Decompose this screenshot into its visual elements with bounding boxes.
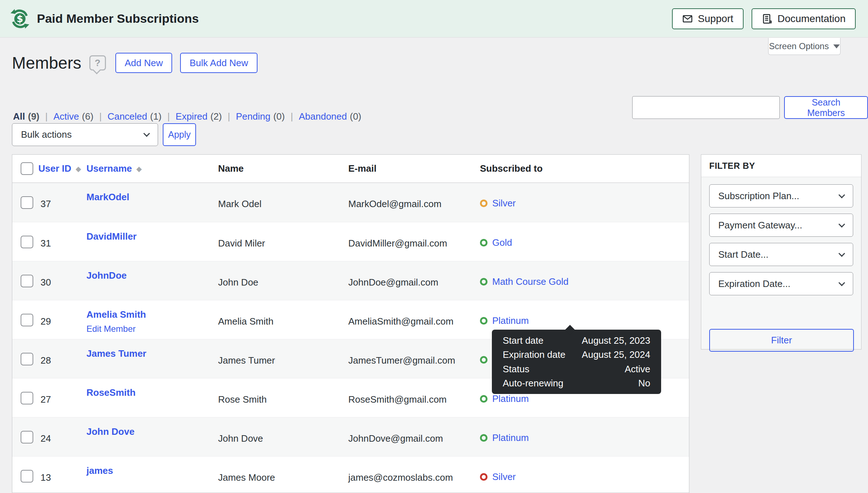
status-filter-count: (6) [82, 111, 94, 122]
status-filter-separator: | [290, 111, 293, 122]
filter-select[interactable]: Start Date... [709, 243, 853, 266]
tooltip-label: Status [503, 364, 529, 374]
filter-panel-title: FILTER BY [701, 155, 861, 177]
filter-select[interactable]: Payment Gateway... [709, 214, 853, 237]
email-value: DavidMiller@gmail.com [348, 238, 480, 248]
status-filter-link[interactable]: Pending(0) [236, 111, 285, 122]
sort-icon: ◆ [76, 164, 81, 173]
username-cell: MarkOdel [86, 183, 218, 222]
user-id-value: 30 [38, 277, 86, 287]
subscription-plan-link[interactable]: Silver [492, 198, 516, 208]
username-link[interactable]: RoseSmith [86, 387, 218, 398]
row-checkbox[interactable] [21, 470, 33, 483]
username-link[interactable]: Amelia Smith [86, 309, 218, 320]
status-filter-item: Expired(2)| [176, 111, 236, 122]
filter-select[interactable]: Expiration Date... [709, 272, 853, 295]
column-header-label: User ID [38, 163, 71, 174]
tooltip-value: Active [625, 364, 650, 374]
documentation-button[interactable]: Documentation [752, 8, 856, 29]
status-filter-link[interactable]: All(9) [13, 111, 39, 122]
filter-panel: FILTER BY Subscription Plan... Payment G… [701, 154, 861, 350]
tooltip-value: No [638, 378, 650, 389]
bulk-actions-select[interactable]: Bulk actions [12, 123, 158, 146]
row-checkbox-cell [12, 300, 38, 339]
filter-select-value: Expiration Date... [718, 278, 790, 290]
column-header[interactable]: User ID◆ [38, 163, 86, 174]
subscription-status-ring-icon [480, 434, 488, 442]
status-filter-link[interactable]: Abandoned(0) [299, 111, 361, 122]
apply-button[interactable]: Apply [163, 123, 196, 146]
row-checkbox-cell [12, 378, 38, 417]
username-link[interactable]: James Tumer [86, 348, 218, 359]
username-link[interactable]: james [86, 466, 218, 476]
status-filter-link[interactable]: Active(6) [54, 111, 94, 122]
tooltip-label: Auto-renewing [503, 378, 563, 389]
support-button[interactable]: Support [672, 8, 744, 29]
tooltip-value: August 25, 2024 [582, 349, 650, 360]
column-header: Subscribed to [480, 163, 689, 174]
subscribed-to-cell: Silver [480, 456, 689, 493]
tooltip-label: Expiration date [503, 349, 565, 360]
user-id-cell: 28 [38, 339, 86, 378]
row-checkbox[interactable] [21, 196, 33, 209]
username-link[interactable]: John Dove [86, 426, 218, 437]
email-value: AmeliaSmith@gmail.com [348, 316, 480, 326]
add-new-button[interactable]: Add New [115, 53, 173, 73]
tooltip-row: Status Active [503, 364, 650, 374]
subscribed-to-cell: Silver [480, 183, 689, 222]
tooltip-label: Start date [503, 335, 544, 346]
status-filter-label: All [13, 111, 25, 122]
user-id-value: 31 [38, 238, 86, 248]
document-icon [762, 13, 773, 24]
row-checkbox[interactable] [21, 314, 33, 326]
subscription-plan-link[interactable]: Platinum [492, 394, 529, 404]
status-filter-count: (9) [28, 111, 39, 122]
filter-select[interactable]: Subscription Plan... [709, 184, 853, 207]
email-cell: JohnDoe@gmail.com [348, 261, 480, 300]
name-value: John Dove [218, 433, 348, 443]
members-table: User ID◆Username◆NameE-mailSubscribed to… [12, 154, 689, 493]
page-title: Members [12, 53, 81, 73]
column-header[interactable]: Username◆ [86, 163, 218, 174]
subscription-plan-link[interactable]: Platinum [492, 316, 529, 326]
subscription-plan-link[interactable]: Platinum [492, 433, 529, 443]
row-checkbox[interactable] [21, 275, 33, 287]
status-filter-link[interactable]: Canceled(1) [107, 111, 162, 122]
row-checkbox[interactable] [21, 431, 33, 443]
username-link[interactable]: DavidMiller [86, 231, 218, 241]
svg-text:$: $ [17, 13, 23, 24]
name-value: James Tumer [218, 355, 348, 365]
bulk-actions-selected-value: Bulk actions [21, 129, 72, 140]
bulk-add-new-button[interactable]: Bulk Add New [180, 53, 258, 73]
email-cell: JohnDove@gmail.com [348, 417, 480, 456]
subscription-plan-link[interactable]: Gold [492, 237, 512, 248]
column-header-label: Username [86, 163, 132, 174]
row-checkbox[interactable] [21, 236, 33, 248]
screen-options-button[interactable]: Screen Options [768, 38, 841, 55]
screen-options-label: Screen Options [769, 41, 829, 51]
user-id-value: 28 [38, 355, 86, 365]
subscription-plan-link[interactable]: Math Course Gold [492, 276, 569, 287]
select-all-checkbox[interactable] [21, 162, 33, 175]
username-cell: Amelia Smith Edit Member [86, 300, 218, 339]
column-header: E-mail [348, 163, 480, 174]
status-filter-label: Expired [176, 111, 208, 122]
help-icon[interactable]: ? [89, 55, 106, 70]
user-id-cell: 37 [38, 183, 86, 222]
edit-member-link[interactable]: Edit Member [86, 324, 218, 334]
row-checkbox[interactable] [21, 353, 33, 365]
status-filter-item: Active(6)| [54, 111, 107, 122]
search-input[interactable] [632, 96, 780, 119]
row-checkbox-cell [12, 183, 38, 222]
username-link[interactable]: JohnDoe [86, 270, 218, 280]
subscription-plan-link[interactable]: Silver [492, 472, 516, 482]
subscription-status-ring-icon [480, 317, 488, 325]
search-members-button[interactable]: Search Members [784, 96, 868, 119]
username-cell: JohnDoe [86, 261, 218, 300]
plugin-logo-icon: $ [9, 8, 30, 29]
user-id-value: 37 [38, 199, 86, 209]
status-filter-link[interactable]: Expired(2) [176, 111, 222, 122]
row-checkbox[interactable] [21, 392, 33, 404]
username-link[interactable]: MarkOdel [86, 192, 218, 202]
filter-button[interactable]: Filter [709, 329, 854, 352]
